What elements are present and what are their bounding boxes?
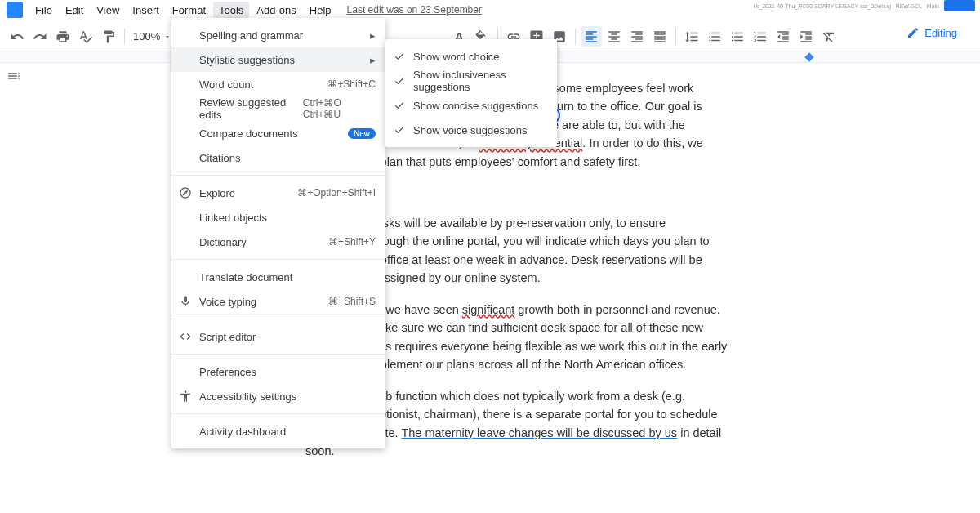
align-justify-button[interactable] — [649, 26, 670, 47]
bulleted-list-button[interactable] — [727, 26, 748, 47]
stylistic-suggestion-span[interactable]: significant — [462, 303, 514, 316]
menu-shortcut: ⌘+Shift+Y — [328, 236, 376, 248]
menu-shortcut: ⌘+Shift+S — [328, 296, 376, 307]
menu-item-label: Explore — [199, 187, 235, 199]
submenu-arrow-icon: ▸ — [370, 29, 376, 42]
menu-item-label: Voice typing — [199, 296, 256, 308]
tools-menu-item[interactable]: Word count⌘+Shift+C — [172, 72, 385, 96]
tools-menu-item[interactable]: Spelling and grammar▸ — [172, 23, 385, 47]
menubar: File Edit View Insert Format Tools Add-o… — [0, 0, 980, 20]
line-spacing-button[interactable] — [681, 26, 702, 47]
menu-file[interactable]: File — [29, 2, 58, 19]
accessibility-icon — [179, 390, 192, 403]
check-icon — [394, 75, 405, 87]
menu-insert[interactable]: Insert — [127, 2, 165, 19]
ruler-indent-marker[interactable] — [804, 52, 813, 61]
tools-menu-item[interactable]: Activity dashboard — [172, 419, 385, 444]
script-icon — [179, 330, 192, 343]
tools-menu-item[interactable]: Accessibility settings — [172, 384, 385, 408]
menu-shortcut: ⌘+Shift+C — [327, 78, 376, 90]
tools-menu-item[interactable]: Voice typing⌘+Shift+S — [172, 289, 385, 314]
redo-button[interactable] — [29, 26, 51, 47]
submenu-item[interactable]: Show inclusiveness suggestions — [385, 69, 557, 93]
editing-mode-button[interactable]: Editing — [900, 23, 964, 42]
explore-icon — [179, 186, 192, 199]
stylistic-suggestions-submenu: Show word choiceShow inclusiveness sugge… — [385, 39, 557, 147]
menu-item-label: Word count — [199, 78, 253, 91]
submenu-item[interactable]: Show voice suggestions — [385, 118, 557, 142]
menu-item-label: Script editor — [199, 331, 256, 343]
menu-divider — [172, 413, 385, 414]
numbered-list-button[interactable] — [750, 26, 771, 47]
share-button[interactable] — [944, 0, 975, 11]
menu-item-label: Stylistic suggestions — [199, 54, 295, 66]
mic-icon — [179, 295, 192, 308]
pencil-icon — [906, 26, 920, 39]
tools-menu-item[interactable]: Linked objects — [172, 205, 385, 230]
check-icon — [394, 100, 405, 111]
menu-item-label: Preferences — [199, 366, 256, 378]
menu-item-label: Spelling and grammar — [199, 29, 303, 42]
tools-menu-item[interactable]: Explore⌘+Option+Shift+I — [172, 181, 385, 205]
tools-menu-item[interactable]: Compare documentsNew — [172, 121, 385, 145]
align-center-button[interactable] — [604, 26, 625, 47]
menu-item-label: Review suggested edits — [199, 96, 303, 121]
menu-edit[interactable]: Edit — [60, 2, 89, 19]
menu-item-label: Linked objects — [199, 212, 267, 224]
zoom-select[interactable]: 100% — [130, 30, 175, 42]
clear-formatting-button[interactable] — [818, 26, 840, 47]
menu-addons[interactable]: Add-ons — [251, 2, 301, 19]
check-icon — [394, 51, 405, 62]
menu-shortcut: ⌘+Option+Shift+I — [297, 187, 376, 199]
submenu-item-label: Show word choice — [413, 51, 500, 63]
stylistic-suggestion-span[interactable]: The maternity leave changes will be disc… — [401, 426, 677, 439]
tools-menu-item[interactable]: Dictionary⌘+Shift+Y — [172, 230, 385, 254]
chevron-down-icon — [163, 33, 172, 41]
menu-item-label: Translate document — [199, 271, 292, 283]
submenu-item-label: Show concise suggestions — [413, 100, 538, 112]
menu-divider — [172, 259, 385, 260]
tools-menu-item[interactable]: Script editor — [172, 324, 385, 349]
menu-shortcut: Ctrl+⌘O Ctrl+⌘U — [303, 97, 376, 120]
menu-view[interactable]: View — [91, 2, 125, 19]
submenu-item[interactable]: Show word choice — [385, 44, 557, 69]
tools-menu-item[interactable]: Translate document — [172, 265, 385, 289]
tools-dropdown-menu: Spelling and grammar▸Stylistic suggestio… — [172, 18, 385, 448]
menu-divider — [172, 319, 385, 319]
submenu-arrow-icon: ▸ — [370, 54, 376, 66]
menu-item-label: Compare documents — [199, 127, 298, 140]
align-left-button[interactable] — [581, 26, 602, 47]
submenu-item-label: Show voice suggestions — [413, 124, 527, 136]
menu-format[interactable]: Format — [167, 2, 212, 19]
menu-divider — [172, 175, 385, 176]
menu-item-label: Activity dashboard — [199, 426, 286, 438]
check-icon — [394, 124, 405, 136]
last-edit-link[interactable]: Last edit was on 23 September — [347, 4, 482, 16]
docs-logo-icon[interactable] — [7, 2, 23, 18]
checklist-button[interactable] — [704, 26, 725, 47]
undo-button[interactable] — [7, 26, 28, 47]
menu-item-label: Dictionary — [199, 236, 247, 248]
submenu-item-label: Show inclusiveness suggestions — [413, 69, 547, 93]
tools-menu-item[interactable]: Citations — [172, 145, 385, 170]
menu-divider — [172, 354, 385, 355]
print-button[interactable] — [52, 26, 74, 47]
increase-indent-button[interactable] — [795, 26, 817, 47]
submenu-item[interactable]: Show concise suggestions — [385, 93, 557, 118]
top-right-info: kk_2021-40-Thu_RC00 SCARY LEGACY scr_0De… — [753, 0, 975, 11]
menu-tools[interactable]: Tools — [213, 2, 249, 19]
align-right-button[interactable] — [626, 26, 648, 47]
spellcheck-button[interactable] — [75, 26, 96, 47]
menu-help[interactable]: Help — [304, 2, 337, 19]
tools-menu-item[interactable]: Review suggested editsCtrl+⌘O Ctrl+⌘U — [172, 96, 385, 121]
tools-menu-item[interactable]: Stylistic suggestions▸ — [172, 47, 385, 72]
tools-menu-item[interactable]: Preferences — [172, 359, 385, 384]
debug-info: kk_2021-40-Thu_RC00 SCARY LEGACY scr_0De… — [753, 3, 939, 9]
paint-format-button[interactable] — [98, 26, 119, 47]
decrease-indent-button[interactable] — [773, 26, 794, 47]
menu-item-label: Accessibility settings — [199, 390, 296, 403]
document-outline-button[interactable] — [5, 67, 23, 85]
new-badge: New — [348, 128, 376, 139]
menu-item-label: Citations — [199, 152, 241, 164]
